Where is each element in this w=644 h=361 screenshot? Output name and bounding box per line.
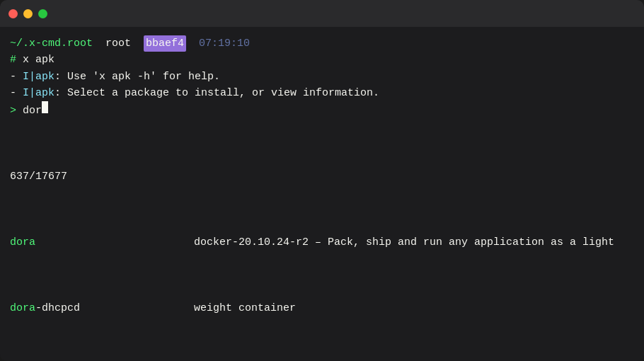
input-line[interactable]: > dor [10, 101, 634, 119]
package-desc: – Pack, ship and run any application as … [315, 234, 614, 251]
command-line: # x apk [10, 52, 634, 68]
terminal-window: ~/.x-cmd.root root bbaef4 07:19:10 # x a… [0, 0, 644, 361]
package-description: docker-20.10.24-r2 – Pack, ship and run … [194, 119, 614, 361]
desc-line-2: weight container [194, 300, 614, 316]
maximize-button[interactable] [38, 9, 47, 18]
command-hash: # [10, 52, 23, 68]
info-line-2: - I|apk: Select a package to install, or… [10, 85, 634, 101]
info-line-1: - I|apk: Use 'x apk -h' for help. [10, 69, 634, 85]
prompt-time: 07:19:10 [199, 35, 250, 52]
terminal-body[interactable]: ~/.x-cmd.root root bbaef4 07:19:10 # x a… [0, 27, 644, 361]
prompt-line: ~/.x-cmd.root root bbaef4 07:19:10 [10, 35, 634, 52]
desc-line-1: docker-20.10.24-r2 – Pack, ship and run … [194, 234, 614, 251]
traffic-lights [8, 9, 47, 18]
close-button[interactable] [8, 9, 18, 18]
list-item[interactable]: dora [10, 234, 194, 251]
prompt-hash: bbaef4 [144, 35, 186, 52]
cursor [42, 101, 48, 113]
count-text: 637/17677 [10, 168, 67, 185]
prompt-space2 [186, 35, 199, 52]
results-list: 637/17677 dora dora-dhcpcd docker-regist… [10, 119, 194, 361]
input-value: dor [23, 103, 42, 119]
desc-blank [194, 168, 614, 185]
list-item[interactable]: dora-dhcpcd [10, 300, 194, 316]
prompt-path: ~/.x-cmd.root [10, 35, 93, 52]
prompt-space [131, 35, 144, 52]
titlebar [0, 0, 644, 27]
minimize-button[interactable] [23, 9, 33, 18]
info-text-2: - [10, 85, 23, 101]
package-desc2: weight container [194, 300, 296, 316]
package-name: docker-20.10.24-r2 [194, 234, 309, 251]
info-text-1: - [10, 69, 23, 85]
prompt-user: root [105, 35, 131, 52]
results-area: 637/17677 dora dora-dhcpcd docker-regist… [10, 119, 634, 361]
command-text: x apk [23, 52, 54, 68]
input-prefix: > [10, 103, 23, 119]
count-line: 637/17677 [10, 168, 194, 185]
prompt-separator [93, 35, 105, 52]
